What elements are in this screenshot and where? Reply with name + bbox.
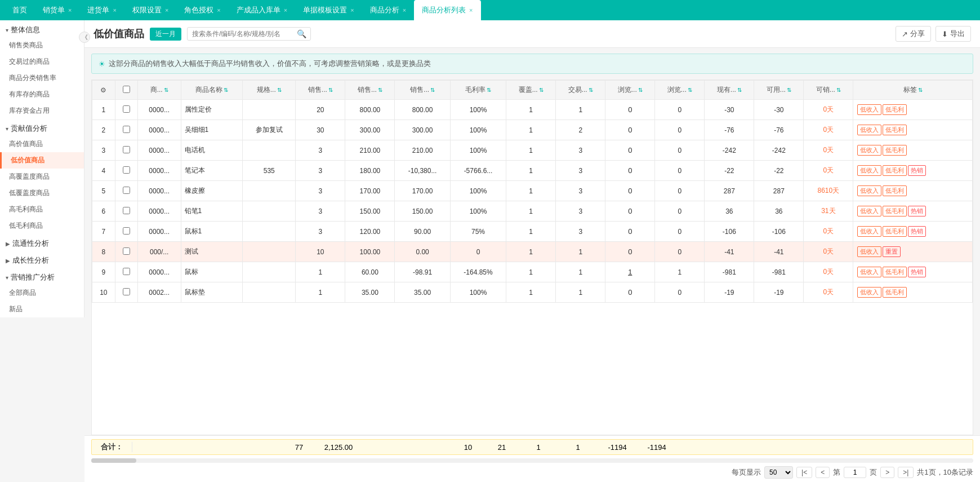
share-button[interactable]: ↗ 分享 — [896, 26, 931, 42]
col-name: 商品名称⇅ — [181, 81, 243, 100]
sidebar-group-contribution[interactable]: ▾ 贡献值分析 — [0, 119, 84, 136]
col-settings[interactable]: ⚙ — [92, 81, 115, 100]
summary-trade: 21 — [485, 443, 519, 452]
sidebar-group-circulation[interactable]: ▶ 流通性分析 — [0, 234, 84, 251]
row-view2: 1 — [655, 262, 705, 282]
row-view1: 0 — [605, 181, 655, 201]
sidebar-item-stock-capital[interactable]: 库存资金占用 — [0, 103, 84, 119]
search-input[interactable] — [187, 27, 311, 41]
nav-product-storage[interactable]: 产成品入库单 × — [229, 0, 295, 20]
row-code: 0000... — [137, 120, 181, 140]
sidebar-item-sales-products[interactable]: 销售类商品 — [0, 37, 84, 54]
sidebar-item-traded-products[interactable]: 交易过的商品 — [0, 54, 84, 70]
prev-page-button[interactable]: < — [816, 467, 830, 478]
row-num: 5 — [92, 181, 115, 201]
row-select-checkbox[interactable] — [123, 247, 130, 255]
nav-role-auth[interactable]: 角色授权 × — [176, 0, 228, 20]
view-count: 0 — [628, 207, 632, 215]
chevron-down-icon: ▾ — [6, 126, 8, 132]
nav-product-analysis[interactable]: 商品分析 × — [362, 0, 414, 20]
page-number-input[interactable] — [844, 467, 866, 478]
sidebar-item-low-coverage[interactable]: 低覆盖度商品 — [0, 185, 84, 201]
row-checkbox[interactable] — [115, 181, 137, 201]
close-icon[interactable]: × — [469, 7, 473, 14]
next-page-button[interactable]: > — [880, 467, 894, 478]
sidebar-item-stock-products[interactable]: 有库存的商品 — [0, 86, 84, 103]
nav-purchase-order[interactable]: 进货单 × — [79, 0, 124, 20]
search-icon[interactable]: 🔍 — [297, 29, 306, 38]
close-icon[interactable]: × — [217, 7, 220, 14]
row-select-checkbox[interactable] — [123, 268, 130, 275]
col-checkbox[interactable] — [115, 81, 137, 100]
sidebar-item-category-sales-rate[interactable]: 商品分类销售率 — [0, 70, 84, 86]
row-checkbox[interactable] — [115, 161, 137, 181]
row-checkbox[interactable] — [115, 140, 137, 161]
row-select-checkbox[interactable] — [123, 288, 130, 295]
col-stock-current: 现有...⇅ — [705, 81, 754, 100]
row-num: 10 — [92, 282, 115, 303]
row-gross: -164.85% — [450, 262, 506, 282]
row-select-checkbox[interactable] — [123, 126, 130, 133]
sidebar-item-low-value[interactable]: 低价值商品 — [0, 152, 84, 169]
row-sales1: 120.00 — [345, 222, 395, 242]
nav-home[interactable]: 首页 — [5, 0, 35, 20]
row-checkbox[interactable] — [115, 242, 137, 262]
row-select-checkbox[interactable] — [123, 207, 130, 214]
header-actions: ↗ 分享 ⬇ 导出 — [896, 26, 971, 42]
close-icon[interactable]: × — [68, 7, 72, 14]
row-checkbox[interactable] — [115, 222, 137, 242]
row-view2: 0 — [655, 201, 705, 222]
summary-sales1: 2,125.00 — [316, 443, 361, 452]
row-checkbox[interactable] — [115, 100, 137, 120]
row-view1: 0 — [605, 242, 655, 262]
row-code: 0000... — [137, 262, 181, 282]
col-spec: 规格...⇅ — [243, 81, 296, 100]
row-checkbox[interactable] — [115, 262, 137, 282]
select-all-checkbox[interactable] — [123, 86, 130, 93]
row-select-checkbox[interactable] — [123, 227, 130, 235]
row-select-checkbox[interactable] — [123, 146, 130, 153]
sidebar-item-high-margin[interactable]: 高毛利商品 — [0, 201, 84, 218]
row-checkbox[interactable] — [115, 282, 137, 303]
view-count: 0 — [628, 105, 632, 114]
nav-template-setting[interactable]: 单据模板设置 × — [295, 0, 362, 20]
sidebar-item-high-value[interactable]: 高价值商品 — [0, 136, 84, 152]
close-icon[interactable]: × — [284, 7, 287, 14]
summary-empty7 — [406, 443, 451, 452]
close-icon[interactable]: × — [165, 7, 168, 14]
close-icon[interactable]: × — [350, 7, 354, 14]
page-size-select[interactable]: 50 100 — [764, 466, 793, 479]
sidebar-item-high-coverage[interactable]: 高覆盖度商品 — [0, 169, 84, 185]
nav-sales-order[interactable]: 销货单 × — [35, 0, 79, 20]
close-icon[interactable]: × — [403, 7, 406, 14]
horizontal-scrollbar[interactable] — [91, 458, 973, 463]
export-button[interactable]: ⬇ 导出 — [936, 26, 971, 42]
data-table-wrapper[interactable]: ⚙ 商...⇅ 商品名称⇅ 规格...⇅ 销售...⇅ 销售...⇅ 销售...… — [91, 79, 973, 435]
row-num: 4 — [92, 161, 115, 181]
row-qty: 1 — [296, 262, 345, 282]
date-filter-button[interactable]: 近一月 — [150, 28, 181, 41]
row-stock2: -981 — [754, 262, 804, 282]
sidebar-group-marketing[interactable]: ▾ 营销推广分析 — [0, 268, 84, 285]
row-coverage: 1 — [506, 282, 556, 303]
sidebar-collapse-button[interactable]: 《 — [79, 32, 90, 43]
sidebar-group-overall[interactable]: ▾ 整体信息 — [0, 20, 84, 37]
row-checkbox[interactable] — [115, 120, 137, 140]
row-gross: -5766.6... — [450, 161, 506, 181]
sidebar-group-growth[interactable]: ▶ 成长性分析 — [0, 251, 84, 268]
row-select-checkbox[interactable] — [123, 187, 130, 194]
sidebar-item-new-products[interactable]: 新品 — [0, 301, 84, 317]
table-row: 1 0000... 属性定价 20 800.00 800.00 100% 1 1… — [92, 100, 973, 120]
nav-permission[interactable]: 权限设置 × — [124, 0, 176, 20]
close-icon[interactable]: × — [113, 7, 116, 14]
last-page-button[interactable]: >| — [898, 467, 914, 478]
sidebar-item-all-products[interactable]: 全部商品 — [0, 285, 84, 301]
row-checkbox[interactable] — [115, 201, 137, 222]
col-view2: 浏览...⇅ — [655, 81, 705, 100]
view-count[interactable]: 1 — [628, 268, 632, 276]
nav-product-analysis-list[interactable]: 商品分析列表 × — [414, 0, 480, 20]
row-select-checkbox[interactable] — [123, 105, 130, 113]
first-page-button[interactable]: |< — [796, 467, 812, 478]
sidebar-item-low-margin[interactable]: 低毛利商品 — [0, 218, 84, 234]
row-select-checkbox[interactable] — [123, 166, 130, 174]
